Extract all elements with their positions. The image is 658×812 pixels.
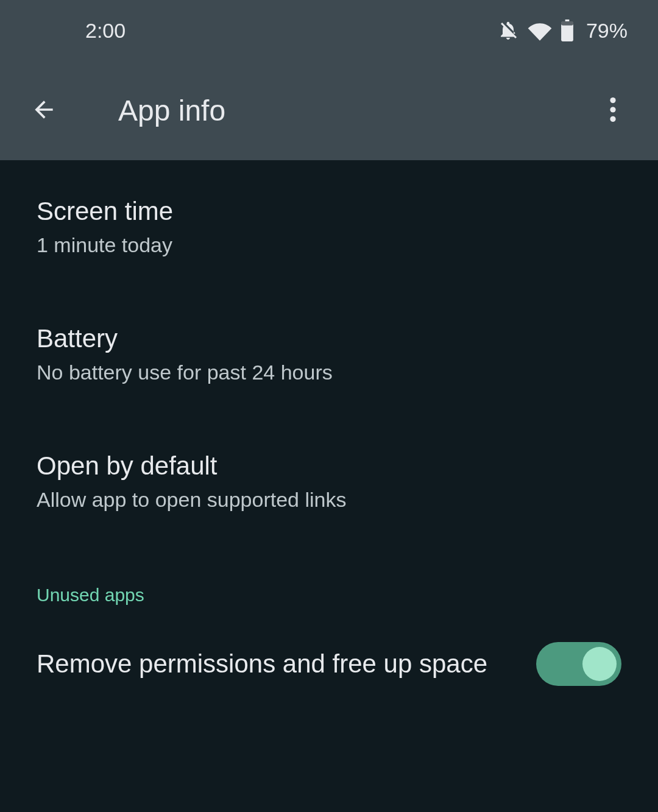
status-time: 2:00 bbox=[85, 19, 126, 43]
setting-title: Screen time bbox=[37, 197, 621, 226]
toggle-thumb bbox=[582, 647, 617, 681]
wifi-icon bbox=[528, 19, 552, 41]
more-vert-icon bbox=[610, 97, 616, 124]
battery-icon bbox=[561, 19, 574, 41]
page-title: App info bbox=[118, 94, 598, 127]
setting-title: Battery bbox=[37, 324, 621, 353]
setting-open-by-default[interactable]: Open by default Allow app to open suppor… bbox=[37, 415, 621, 542]
svg-point-6 bbox=[610, 97, 615, 103]
content: Screen time 1 minute today Battery No ba… bbox=[0, 160, 658, 710]
svg-rect-0 bbox=[561, 26, 573, 41]
more-button[interactable] bbox=[598, 96, 628, 125]
toggle-label: Remove permissions and free up space bbox=[37, 647, 536, 682]
app-bar: App info bbox=[0, 61, 658, 160]
setting-title: Open by default bbox=[37, 451, 621, 481]
svg-point-8 bbox=[610, 116, 615, 121]
setting-subtitle: Allow app to open supported links bbox=[37, 488, 621, 512]
arrow-back-icon bbox=[30, 96, 57, 125]
status-bar: 2:00 79% bbox=[0, 0, 658, 61]
setting-subtitle: 1 minute today bbox=[37, 233, 621, 257]
setting-subtitle: No battery use for past 24 hours bbox=[37, 361, 621, 384]
back-button[interactable] bbox=[29, 96, 58, 125]
svg-rect-5 bbox=[563, 21, 572, 23]
setting-battery[interactable]: Battery No battery use for past 24 hours bbox=[37, 288, 621, 415]
toggle-switch[interactable] bbox=[536, 642, 621, 686]
dnd-off-icon bbox=[497, 19, 519, 41]
section-header-unused-apps: Unused apps bbox=[37, 542, 621, 605]
status-icons: 79% bbox=[497, 19, 628, 43]
setting-remove-permissions[interactable]: Remove permissions and free up space bbox=[37, 605, 621, 710]
setting-screen-time[interactable]: Screen time 1 minute today bbox=[37, 160, 621, 288]
battery-percent: 79% bbox=[586, 19, 628, 43]
svg-point-7 bbox=[610, 107, 615, 112]
